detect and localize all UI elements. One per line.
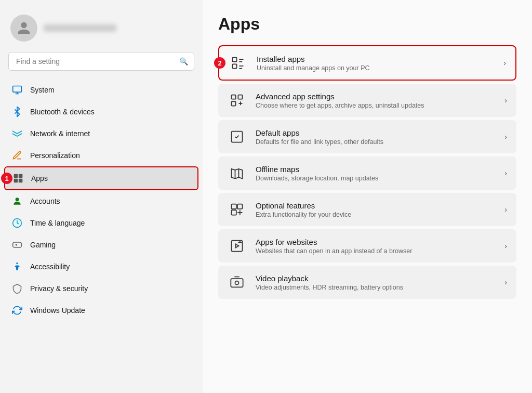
- sidebar-item-update[interactable]: Windows Update: [4, 299, 198, 321]
- time-icon: [11, 217, 23, 229]
- installed-apps-title: Installed apps: [257, 55, 494, 63]
- svg-rect-9: [233, 58, 237, 62]
- apps-for-websites-desc: Websites that can open in an app instead…: [256, 247, 495, 255]
- advanced-app-icon: [228, 91, 246, 110]
- optional-features-icon: [228, 200, 246, 219]
- advanced-app-chevron: ›: [504, 96, 507, 104]
- apps-for-websites-title: Apps for websites: [256, 238, 495, 246]
- sidebar: 🔍 System Bluetooth & devices Network & i…: [0, 0, 203, 393]
- sidebar-item-time[interactable]: Time & language: [4, 212, 198, 234]
- installed-apps-icon: [229, 54, 247, 72]
- search-container: 🔍: [8, 52, 194, 71]
- settings-item-installed-apps[interactable]: 2 Installed apps Uninstall and manage ap…: [218, 45, 516, 81]
- sidebar-item-label-bluetooth: Bluetooth & devices: [30, 108, 95, 116]
- search-input[interactable]: [8, 52, 194, 71]
- update-icon: [11, 305, 23, 316]
- settings-item-advanced-app[interactable]: Advanced app settings Choose where to ge…: [218, 84, 516, 117]
- avatar: [10, 15, 37, 42]
- sidebar-item-bluetooth[interactable]: Bluetooth & devices: [4, 101, 198, 123]
- sidebar-item-gaming[interactable]: Gaming: [4, 234, 198, 256]
- video-playback-desc: Video adjustments, HDR streaming, batter…: [256, 284, 495, 291]
- svg-rect-13: [232, 101, 236, 106]
- offline-maps-icon: [228, 164, 246, 182]
- svg-rect-3: [14, 179, 18, 183]
- sidebar-item-apps[interactable]: 1 Apps: [4, 166, 198, 190]
- svg-point-20: [235, 281, 239, 285]
- apps-for-websites-chevron: ›: [504, 242, 507, 250]
- svg-rect-10: [233, 64, 237, 68]
- nav-list: System Bluetooth & devices Network & int…: [0, 77, 203, 393]
- settings-item-video-playback[interactable]: Video playback Video adjustments, HDR st…: [218, 266, 516, 299]
- sidebar-item-label-privacy: Privacy & security: [30, 284, 88, 293]
- advanced-app-text: Advanced app settings Choose where to ge…: [256, 92, 495, 109]
- apps-icon: [12, 173, 24, 184]
- profile-section: [0, 0, 203, 52]
- user-icon: [17, 21, 31, 35]
- svg-rect-1: [14, 174, 18, 178]
- svg-rect-12: [238, 95, 242, 99]
- optional-features-text: Optional features Extra functionality fo…: [256, 201, 495, 218]
- sidebar-item-label-gaming: Gaming: [30, 241, 56, 249]
- svg-rect-19: [231, 279, 243, 287]
- sidebar-item-personalization[interactable]: Personalization: [4, 145, 198, 166]
- sidebar-item-label-time: Time & language: [30, 219, 85, 227]
- advanced-app-title: Advanced app settings: [256, 92, 495, 101]
- svg-point-5: [16, 198, 19, 201]
- default-apps-chevron: ›: [504, 133, 507, 141]
- sidebar-item-label-apps: Apps: [31, 174, 48, 182]
- accounts-icon: [11, 195, 23, 207]
- svg-point-8: [16, 263, 18, 264]
- sidebar-item-system[interactable]: System: [4, 79, 198, 101]
- settings-item-optional-features[interactable]: Optional features Extra functionality fo…: [218, 193, 516, 226]
- main-content: Apps 2 Installed apps Uninstall and mana…: [203, 0, 532, 393]
- offline-maps-title: Offline maps: [256, 165, 495, 174]
- profile-name: [44, 24, 116, 32]
- accessibility-icon: [11, 261, 23, 272]
- svg-rect-0: [13, 86, 22, 93]
- apps-for-websites-text: Apps for websites Websites that can open…: [256, 238, 495, 255]
- sidebar-item-label-personalization: Personalization: [30, 151, 80, 160]
- optional-features-desc: Extra functionality for your device: [256, 211, 495, 218]
- advanced-app-desc: Choose where to get apps, archive apps, …: [256, 102, 495, 109]
- default-apps-desc: Defaults for file and link types, other …: [256, 138, 495, 146]
- video-playback-text: Video playback Video adjustments, HDR st…: [256, 274, 495, 291]
- settings-item-apps-for-websites[interactable]: Apps for websites Websites that can open…: [218, 229, 516, 263]
- personalization-icon: [11, 150, 23, 161]
- offline-maps-text: Offline maps Downloads, storage location…: [256, 165, 495, 182]
- svg-rect-17: [232, 210, 236, 215]
- sidebar-item-label-system: System: [30, 86, 55, 94]
- page-title: Apps: [218, 15, 516, 34]
- svg-rect-16: [237, 204, 242, 209]
- svg-rect-11: [232, 95, 236, 99]
- gaming-icon: [11, 239, 23, 251]
- sidebar-item-label-accessibility: Accessibility: [30, 263, 70, 271]
- sidebar-item-network[interactable]: Network & internet: [4, 123, 198, 145]
- apps-for-websites-icon: [228, 237, 246, 255]
- sidebar-item-privacy[interactable]: Privacy & security: [4, 278, 198, 299]
- system-icon: [11, 84, 23, 96]
- sidebar-item-accessibility[interactable]: Accessibility: [4, 256, 198, 278]
- svg-rect-2: [19, 174, 23, 178]
- installed-apps-chevron: ›: [503, 59, 506, 67]
- default-apps-icon: [228, 127, 246, 146]
- video-playback-icon: [228, 273, 246, 292]
- bluetooth-icon: [11, 106, 23, 117]
- sidebar-item-accounts[interactable]: Accounts: [4, 190, 198, 212]
- search-icon: 🔍: [179, 57, 188, 66]
- sidebar-item-label-accounts: Accounts: [30, 197, 60, 205]
- default-apps-title: Default apps: [256, 128, 495, 137]
- default-apps-text: Default apps Defaults for file and link …: [256, 128, 495, 146]
- badge-1: 1: [1, 173, 12, 184]
- privacy-icon: [11, 283, 23, 294]
- network-icon: [11, 128, 23, 139]
- settings-list: 2 Installed apps Uninstall and manage ap…: [218, 45, 516, 299]
- installed-apps-text: Installed apps Uninstall and manage apps…: [257, 55, 494, 72]
- settings-item-offline-maps[interactable]: Offline maps Downloads, storage location…: [218, 156, 516, 190]
- settings-item-default-apps[interactable]: Default apps Defaults for file and link …: [218, 120, 516, 153]
- svg-rect-4: [19, 179, 23, 183]
- sidebar-item-label-update: Windows Update: [30, 306, 85, 315]
- optional-features-chevron: ›: [504, 205, 507, 214]
- optional-features-title: Optional features: [256, 201, 495, 210]
- sidebar-item-label-network: Network & internet: [30, 129, 90, 138]
- offline-maps-chevron: ›: [504, 169, 507, 177]
